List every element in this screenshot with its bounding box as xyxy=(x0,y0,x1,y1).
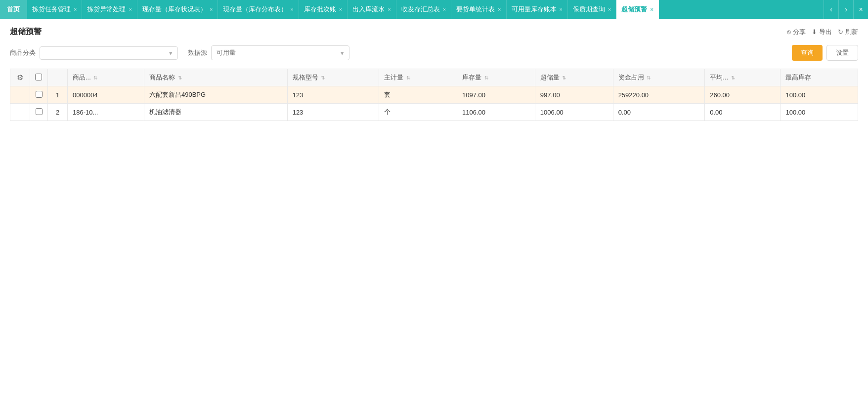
filter-area: 商品分类 ▾ 数据源 可用量 ▾ 查询 设置 xyxy=(10,45,858,61)
nav-tab-4[interactable]: 库存批次账 × xyxy=(299,0,347,19)
row2-max-stock: 100.00 xyxy=(781,104,858,121)
row2-name: 机油滤清器 xyxy=(144,104,288,121)
category-dropdown-icon: ▾ xyxy=(169,49,173,57)
th-settings[interactable]: ⚙ xyxy=(10,69,30,86)
tab-close-icon-10[interactable]: × xyxy=(650,6,653,12)
tab-close-icon-8[interactable]: × xyxy=(560,6,563,12)
datasource-select-value: 可用量 xyxy=(217,48,236,57)
tab-close-icon-3[interactable]: × xyxy=(290,6,293,12)
sort-icon-stock: ⇅ xyxy=(484,75,488,80)
row2-unit: 个 xyxy=(379,104,457,121)
gear-icon[interactable]: ⚙ xyxy=(15,73,25,82)
sort-icon-avg: ⇅ xyxy=(731,75,735,80)
sort-icon-overstock: ⇅ xyxy=(562,75,566,80)
row2-checkbox[interactable] xyxy=(36,108,43,115)
row2-checkbox-cell[interactable] xyxy=(30,104,48,121)
tab-close-icon-0[interactable]: × xyxy=(74,6,77,12)
nav-tab-8[interactable]: 可用量库存账本 × xyxy=(507,0,568,19)
filter-buttons: 查询 设置 xyxy=(792,45,858,61)
row2-settings xyxy=(10,104,30,121)
th-overstock[interactable]: 超储量 ⇅ xyxy=(535,69,613,86)
tab-close-icon-9[interactable]: × xyxy=(608,6,611,12)
th-spec[interactable]: 规格型号 ⇅ xyxy=(287,69,379,86)
row1-stock: 1097.00 xyxy=(457,86,535,104)
data-table: ⚙ 商品... ⇅ 商品名称 ⇅ 规格型号 ⇅ xyxy=(10,69,858,121)
th-avg[interactable]: 平均... ⇅ xyxy=(705,69,781,86)
sort-icon-code: ⇅ xyxy=(93,75,97,80)
refresh-icon: ↻ xyxy=(838,28,843,36)
share-button[interactable]: ⎋ 分享 xyxy=(787,28,806,37)
page-header: 超储预警 ⎋ 分享 ⬇ 导出 ↻ 刷新 xyxy=(10,27,858,37)
nav-tab-1[interactable]: 拣货异常处理 × xyxy=(82,0,137,19)
th-unit[interactable]: 主计量 ⇅ xyxy=(379,69,457,86)
row2-code: 186-10... xyxy=(68,104,144,121)
sort-icon-capital: ⇅ xyxy=(647,75,651,80)
th-stock[interactable]: 库存量 ⇅ xyxy=(457,69,535,86)
th-max-stock[interactable]: 最高库存 xyxy=(781,69,858,86)
sort-icon-name: ⇅ xyxy=(178,75,182,80)
header-actions: ⎋ 分享 ⬇ 导出 ↻ 刷新 xyxy=(787,28,858,37)
header-checkbox[interactable] xyxy=(35,74,42,80)
row1-index: 1 xyxy=(48,86,68,104)
nav-tab-3[interactable]: 现存量（库存分布表） × xyxy=(218,0,299,19)
page-title: 超储预警 xyxy=(10,27,42,37)
row1-settings xyxy=(10,86,30,104)
table-row: 2 186-10... 机油滤清器 123 个 1106.00 1006.00 … xyxy=(10,104,858,121)
row2-stock: 1106.00 xyxy=(457,104,535,121)
share-icon: ⎋ xyxy=(787,28,791,36)
refresh-button[interactable]: ↻ 刷新 xyxy=(838,28,858,37)
nav-next-button[interactable]: › xyxy=(838,0,853,19)
tab-close-icon-1[interactable]: × xyxy=(129,6,131,12)
row1-spec: 123 xyxy=(287,86,379,104)
row1-overstock: 997.00 xyxy=(535,86,613,104)
tab-close-icon-4[interactable]: × xyxy=(339,6,342,12)
category-filter: 商品分类 ▾ xyxy=(10,46,178,60)
nav-tab-9[interactable]: 保质期查询 × xyxy=(568,0,616,19)
export-icon: ⬇ xyxy=(812,28,817,36)
table-header: ⚙ 商品... ⇅ 商品名称 ⇅ 规格型号 ⇅ xyxy=(10,69,858,86)
datasource-label: 数据源 xyxy=(188,48,207,57)
datasource-select[interactable]: 可用量 ▾ xyxy=(211,45,349,60)
nav-tab-5[interactable]: 出入库流水 × xyxy=(347,0,396,19)
nav-home[interactable]: 首页 xyxy=(0,0,27,19)
th-name[interactable]: 商品名称 ⇅ xyxy=(144,69,288,86)
th-capital[interactable]: 资金占用 ⇅ xyxy=(613,69,705,86)
row1-code: 0000004 xyxy=(68,86,144,104)
tab-close-icon-6[interactable]: × xyxy=(443,6,446,12)
query-button[interactable]: 查询 xyxy=(792,45,823,61)
row1-checkbox[interactable] xyxy=(36,91,43,98)
row1-max-stock: 100.00 xyxy=(781,86,858,104)
nav-tab-0[interactable]: 拣货任务管理 × xyxy=(27,0,82,19)
nav-tab-6[interactable]: 收发存汇总表 × xyxy=(396,0,451,19)
category-select[interactable]: ▾ xyxy=(40,46,178,60)
tab-close-icon-2[interactable]: × xyxy=(210,6,213,12)
table-row: 1 0000004 六配套新昌490BPG 123 套 1097.00 997.… xyxy=(10,86,858,104)
row1-capital: 259220.00 xyxy=(613,86,705,104)
th-index xyxy=(48,69,68,86)
row1-checkbox-cell[interactable] xyxy=(30,86,48,104)
sort-icon-unit: ⇅ xyxy=(406,75,410,80)
category-label: 商品分类 xyxy=(10,48,36,57)
row2-index: 2 xyxy=(48,104,68,121)
nav-tab-10[interactable]: 超储预警 × xyxy=(616,0,658,19)
datasource-dropdown-icon: ▾ xyxy=(341,49,344,57)
th-checkbox[interactable] xyxy=(30,69,48,86)
row2-avg: 0.00 xyxy=(705,104,781,121)
table-body: 1 0000004 六配套新昌490BPG 123 套 1097.00 997.… xyxy=(10,86,858,121)
row1-avg: 260.00 xyxy=(705,86,781,104)
tab-close-icon-7[interactable]: × xyxy=(498,6,501,12)
nav-close-button[interactable]: × xyxy=(853,0,868,19)
row1-name: 六配套新昌490BPG xyxy=(144,86,288,104)
tab-close-icon-5[interactable]: × xyxy=(388,6,391,12)
nav-prev-button[interactable]: ‹ xyxy=(824,0,838,19)
nav-tab-7[interactable]: 要货单统计表 × xyxy=(451,0,506,19)
nav-arrows: ‹ › × xyxy=(824,0,868,19)
export-button[interactable]: ⬇ 导出 xyxy=(812,28,832,37)
sort-icon-spec: ⇅ xyxy=(321,75,325,80)
nav-tab-2[interactable]: 现存量（库存状况表） × xyxy=(137,0,218,19)
datasource-filter: 数据源 可用量 ▾ xyxy=(188,45,349,60)
th-code[interactable]: 商品... ⇅ xyxy=(68,69,144,86)
row2-capital: 0.00 xyxy=(613,104,705,121)
settings-button[interactable]: 设置 xyxy=(826,45,858,61)
top-navigation: 首页 拣货任务管理 × 拣货异常处理 × 现存量（库存状况表） × 现存量（库存… xyxy=(0,0,868,19)
